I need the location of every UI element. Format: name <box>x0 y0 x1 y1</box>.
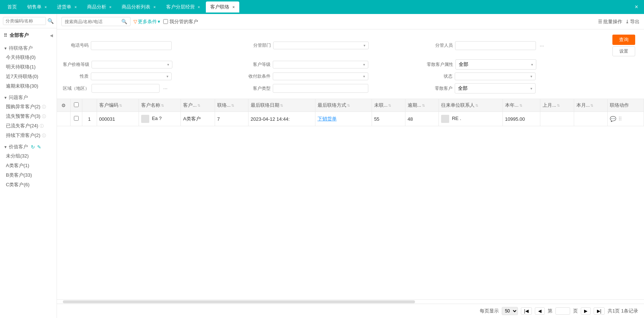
sidebar-pending-title[interactable]: ▼ 待联络客户 <box>0 43 57 53</box>
nav-tab-analysis-list[interactable]: 商品分析列表 × <box>117 1 160 13</box>
more-conditions-btn[interactable]: ▽ 更多条件 ▾ <box>133 18 160 25</box>
region-more-icon[interactable]: ··· <box>163 85 168 91</box>
row-this-year-cell: 10995.00 <box>502 112 540 126</box>
horizontal-scrollbar[interactable] <box>57 299 644 304</box>
sidebar-item-7days[interactable]: 近7天待联络(0) <box>0 72 57 81</box>
nav-tab-contact[interactable]: 客户联络 × <box>206 1 239 13</box>
type-sort-icon[interactable]: ⇅ <box>197 103 200 107</box>
sidebar-search-icon[interactable]: 🔍 <box>47 18 54 24</box>
last-month-sort-icon[interactable]: ⇅ <box>557 103 560 107</box>
customer-grade-select[interactable]: ▾ <box>273 61 368 68</box>
last-method-sort-icon[interactable]: ⇅ <box>347 103 350 107</box>
price-grade-select[interactable]: ▾ <box>92 61 172 68</box>
payment-select[interactable]: ▾ <box>273 73 368 80</box>
row-type-cell: A类客户 <box>181 112 215 126</box>
scrollbar-thumb[interactable] <box>63 300 415 303</box>
code-sort-icon[interactable]: ⇅ <box>119 103 122 107</box>
close-tab-contact[interactable]: × <box>232 5 235 9</box>
close-tab-sales[interactable]: × <box>44 5 47 9</box>
unit-contact-avatar <box>441 115 449 123</box>
no-contact-sort-icon[interactable]: ⇅ <box>388 103 391 107</box>
customer-grade-arrow-icon: ▾ <box>363 63 365 67</box>
pagination-bar: 每页显示 50 |◀ ◀ 第 1 页 ▶ ▶| 共1页 1条记录 <box>57 304 644 318</box>
sidebar-item-class-a[interactable]: A类客户(1) <box>0 161 57 170</box>
sidebar-item-class-c[interactable]: C类客户(6) <box>0 180 57 190</box>
contact-sort-icon[interactable]: ⇅ <box>231 103 234 107</box>
nature-select[interactable]: ▾ <box>91 73 172 80</box>
filter-search-input[interactable] <box>65 19 120 24</box>
dept-select[interactable]: ▾ <box>273 42 369 49</box>
this-year-sort-icon[interactable]: ⇅ <box>519 103 522 107</box>
unit-contact-sort-icon[interactable]: ⇅ <box>475 103 478 107</box>
overdue-sort-icon[interactable]: ⇅ <box>422 103 425 107</box>
last-date-sort-icon[interactable]: ⇅ <box>280 103 283 107</box>
batch-ops-btn[interactable]: ☰ 批量操作 <box>598 18 622 25</box>
sidebar: 🔍 ⠿ 全部客户 ◀ ▼ 待联络客户 今天待联络(0) 明天待联络(1) 近7天… <box>0 14 57 318</box>
first-page-btn[interactable]: |◀ <box>521 307 532 315</box>
region-input[interactable] <box>92 84 160 93</box>
status-select[interactable]: ▾ <box>455 73 536 80</box>
per-page-select[interactable]: 50 <box>502 307 518 315</box>
close-all-tabs[interactable]: × <box>632 4 641 10</box>
sparse-attr-select[interactable]: 全部 ▾ <box>455 59 536 70</box>
edit-icon[interactable]: ✎ <box>37 144 41 150</box>
customer-type-input[interactable] <box>273 84 368 93</box>
filter-search-icon[interactable]: 🔍 <box>121 19 127 24</box>
sidebar-item-churn-warning[interactable]: 流失预警客户(3) ⓘ <box>0 112 57 121</box>
sidebar-item-class-b[interactable]: B类客户(33) <box>0 170 57 180</box>
settings-icon[interactable]: ⚙ <box>61 103 66 108</box>
last-page-btn[interactable]: ▶| <box>594 307 605 315</box>
row-unit-contact-cell: RE . <box>439 112 503 126</box>
export-btn[interactable]: ⤓ 导出 <box>625 18 640 25</box>
row-checkbox[interactable] <box>74 116 79 121</box>
sidebar-value-group: ▼ 价值客户 ↻ ✎ 未分组(32) A类客户(1) B类客户(33) C类客户… <box>0 141 57 190</box>
page-input[interactable]: 1 <box>555 307 570 315</box>
sidebar-collapse-btn[interactable]: ◀ <box>50 33 53 38</box>
sidebar-item-today[interactable]: 今天待联络(0) <box>0 53 57 62</box>
qr-icon[interactable]: ⠿ <box>618 116 622 122</box>
row-last-month-cell <box>540 112 574 126</box>
sidebar-search-input[interactable] <box>3 17 46 25</box>
manager-input[interactable] <box>455 41 536 50</box>
sidebar-item-churned[interactable]: 已流失客户(24) ⓘ <box>0 121 57 131</box>
phone-input[interactable] <box>91 41 172 50</box>
close-tab-analysis-list[interactable]: × <box>153 5 155 9</box>
chat-icon[interactable]: 💬 <box>610 116 616 122</box>
refresh-icon[interactable]: ↻ <box>31 144 35 150</box>
my-customers-check-input[interactable] <box>163 19 168 24</box>
last-method-link[interactable]: 下销货单 <box>318 116 337 121</box>
select-all-checkbox[interactable] <box>74 102 79 107</box>
settings-button[interactable]: 设置 <box>612 46 635 56</box>
nav-home[interactable]: 首页 <box>3 1 21 13</box>
name-sort-icon[interactable]: ⇅ <box>161 103 164 107</box>
sidebar-item-unclassified[interactable]: 未分组(32) <box>0 151 57 161</box>
sparse-customer-select[interactable]: 全部 ▾ <box>455 83 536 93</box>
sidebar-item-declining[interactable]: 持续下滑客户(2) ⓘ <box>0 131 57 140</box>
sidebar-item-hoarding[interactable]: 囤购异常客户(2) ⓘ <box>0 102 57 112</box>
close-tab-segment[interactable]: × <box>198 5 200 9</box>
manager-more-icon[interactable]: ··· <box>540 43 544 49</box>
query-button[interactable]: 查询 <box>612 35 635 45</box>
sidebar-item-tomorrow[interactable]: 明天待联络(1) <box>0 62 57 72</box>
this-month-sort-icon[interactable]: ⇅ <box>590 103 593 107</box>
next-page-btn[interactable]: ▶ <box>581 307 591 315</box>
close-tab-purchase[interactable]: × <box>74 5 76 9</box>
close-tab-analysis[interactable]: × <box>109 5 111 9</box>
filter-sparse-customer: 零散客户 全部 ▾ <box>427 83 606 93</box>
payment-label: 收付款条件 <box>245 73 271 80</box>
my-customers-checkbox[interactable]: 我分管的客户 <box>163 18 198 25</box>
chevron-down-icon: ▾ <box>158 19 160 24</box>
col-no-contact: 未联... ⇅ <box>372 99 405 112</box>
nav-tab-sales[interactable]: 销售单 × <box>23 1 51 13</box>
nav-tab-segment[interactable]: 客户分层经营 × <box>162 1 204 13</box>
nav-tab-analysis[interactable]: 商品分析 × <box>83 1 116 13</box>
row-no-contact-cell: 55 <box>372 112 405 126</box>
prev-page-btn[interactable]: ◀ <box>535 307 545 315</box>
sidebar-all-customers-header[interactable]: ⠿ 全部客户 ◀ <box>0 30 57 41</box>
nature-arrow-icon: ▾ <box>167 74 168 78</box>
nav-tab-purchase[interactable]: 进货单 × <box>53 1 81 13</box>
sidebar-item-overdue[interactable]: 逾期未联络(30) <box>0 81 57 91</box>
sidebar-problem-title[interactable]: ▼ 问题客户 <box>0 92 57 102</box>
row-overdue-cell: 48 <box>405 112 439 126</box>
sidebar-value-title[interactable]: ▼ 价值客户 ↻ ✎ <box>0 142 57 151</box>
